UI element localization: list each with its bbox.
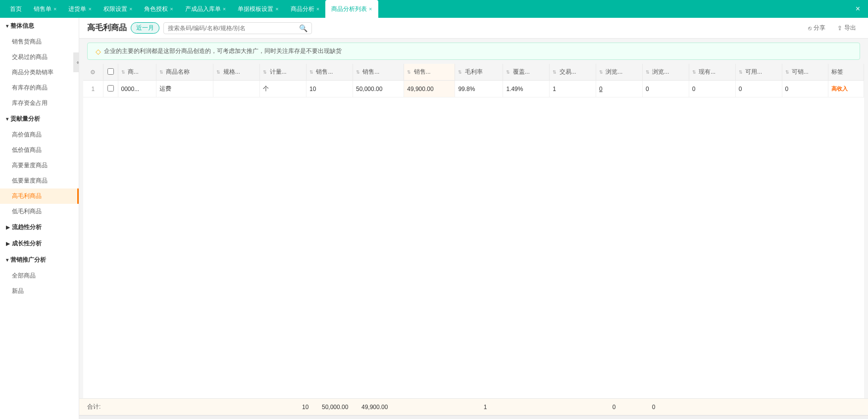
sidebar-item-category-assist[interactable]: 商品分类助销率 xyxy=(0,65,79,80)
nav-product-analysis[interactable]: 商品分析 × xyxy=(285,0,325,18)
sort-icon-browse2: ⇅ xyxy=(646,70,650,75)
export-button[interactable]: ⇪ 导出 xyxy=(833,22,860,34)
nav-role-auth[interactable]: 角色授权 × xyxy=(138,0,179,18)
sort-icon-sellable-stock: ⇅ xyxy=(785,70,789,75)
th-settings[interactable]: ⚙ xyxy=(83,64,103,81)
sidebar-item-low-value[interactable]: 低价值商品 xyxy=(0,142,79,158)
sort-icon-sales-cost: ⇅ xyxy=(407,70,411,75)
sidebar-item-inventory-capital[interactable]: 库存资金占用 xyxy=(0,95,79,111)
sort-icon-available-stock: ⇅ xyxy=(739,70,743,75)
nav-sales-order[interactable]: 销售单 × xyxy=(28,0,62,18)
caret-icon: ▾ xyxy=(6,23,8,29)
filter-recent-month-button[interactable]: 近一月 xyxy=(131,22,159,34)
cell-spec xyxy=(213,81,260,97)
nav-close-product-analysis-list[interactable]: × xyxy=(369,6,372,12)
th-browse1[interactable]: ⇅ 浏览... xyxy=(596,64,643,81)
info-banner: ◇ 企业的主要的利润都是这部分商品创造的，可考虑加大推广，同时关注库存是不要出现… xyxy=(87,43,860,60)
nav-close-template-settings[interactable]: × xyxy=(275,6,278,12)
nav-close-purchase-order[interactable]: × xyxy=(88,6,91,12)
cell-current-stock: 0 xyxy=(689,81,735,97)
th-coverage[interactable]: ⇅ 覆盖... xyxy=(503,64,550,81)
th-sales-amount[interactable]: ⇅ 销售... xyxy=(353,64,404,81)
nav-close-product-analysis[interactable]: × xyxy=(316,6,319,12)
sidebar-item-high-value[interactable]: 高价值商品 xyxy=(0,127,79,142)
info-text: 企业的主要的利润都是这部分商品创造的，可考虑加大推广，同时关注库存是不要出现缺货 xyxy=(104,47,342,55)
sidebar-collapse-button[interactable]: « xyxy=(73,52,79,72)
tag-high-income: 高收入 xyxy=(831,86,848,92)
nav-close-permission-settings[interactable]: × xyxy=(129,6,132,12)
th-spec[interactable]: ⇅ 规格... xyxy=(213,64,260,81)
footer-sales-cost: 49,900.00 xyxy=(351,404,391,411)
window-close-button[interactable]: × xyxy=(852,4,864,13)
th-name[interactable]: ⇅ 商品名称 xyxy=(156,64,213,81)
cell-index: 1 xyxy=(83,81,103,97)
page-title: 高毛利商品 xyxy=(87,23,127,33)
th-unit[interactable]: ⇅ 计量... xyxy=(260,64,306,81)
content-area: 高毛利商品 近一月 🔍 ⎋ 分享 ⇪ 导出 ◇ 企业的主要的利润都是这部分商品创… xyxy=(79,18,868,419)
cell-transaction: 1 xyxy=(550,81,596,97)
cell-browse1[interactable]: 0 xyxy=(596,81,643,97)
th-current-stock[interactable]: ⇅ 现有... xyxy=(689,64,735,81)
select-all-checkbox[interactable] xyxy=(107,68,114,75)
sidebar-item-sales-goods[interactable]: 销售货商品 xyxy=(0,34,79,49)
sidebar-item-all-goods[interactable]: 全部商品 xyxy=(0,268,79,283)
sort-icon-transaction: ⇅ xyxy=(553,70,557,75)
search-icon[interactable]: 🔍 xyxy=(299,24,307,32)
search-input[interactable] xyxy=(168,25,297,32)
th-available-stock[interactable]: ⇅ 可用... xyxy=(735,64,782,81)
th-tag[interactable]: 标签 xyxy=(828,64,864,81)
bottom-scrollbar[interactable] xyxy=(79,415,868,419)
sort-icon-current-stock: ⇅ xyxy=(692,70,696,75)
nav-close-product-inbound[interactable]: × xyxy=(223,6,226,12)
th-code[interactable]: ⇅ 商... xyxy=(118,64,156,81)
cell-checkbox[interactable] xyxy=(103,81,118,97)
row-checkbox[interactable] xyxy=(107,85,114,92)
sidebar-item-high-margin[interactable]: 高毛利商品 xyxy=(0,188,79,204)
th-transaction[interactable]: ⇅ 交易... xyxy=(550,64,596,81)
th-checkbox[interactable] xyxy=(103,64,118,81)
nav-template-settings[interactable]: 单据模板设置 × xyxy=(232,0,284,18)
cell-browse2: 0 xyxy=(642,81,689,97)
sidebar-group-trend[interactable]: ▶ 流趋性分析 xyxy=(0,219,79,235)
th-browse2[interactable]: ⇅ 浏览... xyxy=(642,64,689,81)
caret-icon-growth: ▶ xyxy=(6,241,10,246)
sidebar-group-marketing[interactable]: ▾ 营销推广分析 xyxy=(0,252,79,268)
th-sellable-stock[interactable]: ⇅ 可销... xyxy=(782,64,828,81)
sort-icon-gross-margin: ⇅ xyxy=(458,70,462,75)
th-gross-margin[interactable]: ⇅ 毛利率 xyxy=(455,64,503,81)
sidebar-group-overview[interactable]: ▾ 整体信息 xyxy=(0,18,79,34)
nav-home[interactable]: 首页 xyxy=(4,0,28,18)
nav-close-role-auth[interactable]: × xyxy=(170,6,173,12)
settings-icon[interactable]: ⚙ xyxy=(90,69,96,76)
th-sales-qty[interactable]: ⇅ 销售... xyxy=(306,64,353,81)
export-icon: ⇪ xyxy=(837,25,842,32)
nav-close-sales-order[interactable]: × xyxy=(53,6,56,12)
sidebar-item-traded-goods[interactable]: 交易过的商品 xyxy=(0,49,79,65)
search-box[interactable]: 🔍 xyxy=(163,22,312,34)
share-button[interactable]: ⎋ 分享 xyxy=(804,22,829,34)
cell-available-stock: 0 xyxy=(735,81,782,97)
sidebar-group-contribution[interactable]: ▾ 贡献量分析 xyxy=(0,111,79,127)
footer-transaction: 1 xyxy=(450,404,490,411)
sidebar-group-growth[interactable]: ▶ 成长性分析 xyxy=(0,235,79,252)
nav-purchase-order[interactable]: 进货单 × xyxy=(62,0,97,18)
sidebar: « ▾ 整体信息 销售货商品 交易过的商品 商品分类助销率 有库存的商品 库存资… xyxy=(0,18,79,419)
cell-gross-margin: 99.8% xyxy=(455,81,503,97)
browse1-link[interactable]: 0 xyxy=(599,86,603,93)
cell-name: 运费 xyxy=(156,81,213,97)
sidebar-item-in-stock-goods[interactable]: 有库存的商品 xyxy=(0,80,79,95)
top-navigation: 首页 销售单 × 进货单 × 权限设置 × 角色授权 × 产成品入库单 × 单据… xyxy=(0,0,868,18)
nav-product-inbound[interactable]: 产成品入库单 × xyxy=(179,0,232,18)
footer-sellable-stock: 0 xyxy=(618,404,658,411)
caret-icon-trend: ▶ xyxy=(6,225,10,230)
sidebar-item-low-demand[interactable]: 低要量度商品 xyxy=(0,173,79,188)
sort-icon-coverage: ⇅ xyxy=(506,70,510,75)
cell-sales-cost: 49,900.00 xyxy=(404,81,455,97)
caret-icon-marketing: ▾ xyxy=(6,257,8,263)
th-sales-cost[interactable]: ⇅ 销售... xyxy=(404,64,455,81)
sidebar-item-new-goods[interactable]: 新品 xyxy=(0,283,79,299)
sidebar-item-high-demand[interactable]: 高要量度商品 xyxy=(0,158,79,173)
sidebar-item-low-margin[interactable]: 低毛利商品 xyxy=(0,204,79,219)
nav-product-analysis-list[interactable]: 商品分析列表 × xyxy=(325,0,378,18)
nav-permission-settings[interactable]: 权限设置 × xyxy=(98,0,138,18)
